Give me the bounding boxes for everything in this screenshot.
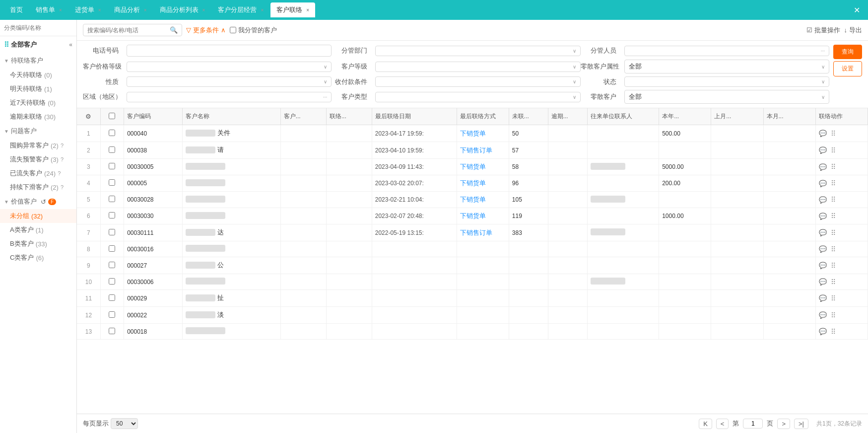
filter-region-select[interactable]: ···	[127, 92, 332, 102]
sidebar-group-value[interactable]: ▼ 价值客户 ↺ F	[0, 194, 76, 209]
last-method-link[interactable]: 下销货单	[460, 163, 486, 170]
comment-icon[interactable]: 💬	[819, 278, 827, 286]
sidebar-collapse-btn[interactable]: «	[69, 41, 72, 48]
row-checkbox[interactable]	[109, 245, 115, 252]
comment-icon[interactable]: 💬	[819, 146, 827, 154]
grid-action-icon[interactable]: ⠿	[831, 311, 836, 319]
select-all-checkbox[interactable]	[109, 113, 115, 119]
grid-action-icon[interactable]: ⠿	[831, 278, 836, 286]
last-page-btn[interactable]: >|	[794, 419, 808, 429]
grid-action-icon[interactable]: ⠿	[831, 163, 836, 171]
sidebar-item-churned[interactable]: 已流失客户 (24) ?	[0, 166, 76, 180]
all-customers-header[interactable]: ⠿ 全部客户 «	[0, 36, 76, 53]
row-checkbox[interactable]	[109, 163, 115, 169]
last-method-link[interactable]: 下销售订单	[460, 229, 492, 236]
sidebar-item-class-a[interactable]: A类客户 (1)	[0, 223, 76, 237]
sidebar-group-problem[interactable]: ▼ 问题客户	[0, 124, 76, 139]
comment-icon[interactable]: 💬	[819, 328, 827, 335]
row-checkbox[interactable]	[109, 212, 115, 218]
nav-tab-analysis[interactable]: 商品分析 ×	[108, 2, 153, 17]
close-customer-contact-tab[interactable]: ×	[306, 7, 309, 13]
grid-action-icon[interactable]: ⠿	[831, 229, 836, 237]
row-checkbox[interactable]	[109, 146, 115, 153]
comment-icon[interactable]: 💬	[819, 163, 827, 171]
filter-phone-input[interactable]	[127, 45, 332, 57]
comment-icon[interactable]: 💬	[819, 229, 827, 236]
last-method-link[interactable]: 下销货单	[460, 130, 486, 137]
nav-tab-customer-seg[interactable]: 客户分层经营 ×	[212, 2, 269, 17]
export-btn[interactable]: ↓ 导出	[844, 26, 863, 35]
nav-tab-customer-contact[interactable]: 客户联络 ×	[270, 2, 315, 17]
close-all-button[interactable]: ✕	[850, 5, 864, 15]
comment-icon[interactable]: 💬	[819, 262, 827, 269]
row-checkbox[interactable]	[109, 130, 115, 136]
filter-customer-type-select[interactable]: ∨	[375, 92, 580, 102]
settings-gear-icon[interactable]: ⚙	[85, 113, 91, 120]
main-search-input[interactable]	[87, 27, 168, 34]
th-checkbox[interactable]	[100, 108, 124, 125]
grid-action-icon[interactable]: ⠿	[831, 130, 836, 138]
th-settings[interactable]: ⚙	[77, 108, 100, 125]
filter-price-level-select[interactable]: ∨	[127, 62, 332, 72]
comment-icon[interactable]: 💬	[819, 245, 827, 253]
last-method-link[interactable]: 下销售订单	[460, 146, 492, 154]
last-method-link[interactable]: 下销货单	[460, 196, 486, 203]
grid-action-icon[interactable]: ⠿	[831, 328, 836, 336]
row-checkbox[interactable]	[109, 229, 115, 235]
grid-action-icon[interactable]: ⠿	[831, 179, 836, 187]
comment-icon[interactable]: 💬	[819, 213, 827, 220]
first-page-btn[interactable]: K	[699, 419, 712, 429]
last-method-link[interactable]: 下销货单	[460, 179, 486, 187]
refresh-icon[interactable]: ↺	[41, 198, 46, 206]
filter-payment-select[interactable]: ∨	[375, 76, 580, 87]
batch-ops-btn[interactable]: ☑ 批量操作	[806, 26, 840, 35]
row-checkbox[interactable]	[109, 179, 115, 186]
nav-tab-sales[interactable]: 销售单 ×	[30, 2, 68, 17]
filter-status-select[interactable]: ∨	[624, 76, 829, 87]
filter-retail-attr-select[interactable]: 全部 ∨	[624, 60, 829, 73]
close-sales-tab[interactable]: ×	[59, 7, 62, 13]
grid-action-icon[interactable]: ⠿	[831, 146, 836, 154]
sidebar-search-input[interactable]	[4, 24, 77, 31]
row-checkbox[interactable]	[109, 262, 115, 268]
sidebar-item-today[interactable]: 今天待联络 (0)	[0, 68, 76, 82]
sidebar-item-overdue[interactable]: 逾期未联络 (30)	[0, 110, 76, 124]
nav-tab-purchase[interactable]: 进货单 ×	[69, 2, 107, 17]
close-analysis-tab[interactable]: ×	[144, 7, 147, 13]
comment-icon[interactable]: 💬	[819, 130, 827, 137]
sidebar-item-declining[interactable]: 持续下滑客户 (2) ?	[0, 180, 76, 194]
comment-icon[interactable]: 💬	[819, 180, 827, 187]
reset-button[interactable]: 设置	[833, 61, 862, 76]
comment-icon[interactable]: 💬	[819, 311, 827, 319]
comment-icon[interactable]: 💬	[819, 294, 827, 302]
grid-action-icon[interactable]: ⠿	[831, 196, 836, 204]
sidebar-item-tomorrow[interactable]: 明天待联络 (1)	[0, 82, 76, 96]
grid-action-icon[interactable]: ⠿	[831, 294, 836, 302]
filter-dept-select[interactable]: ∨	[375, 46, 580, 56]
page-number-input[interactable]	[743, 419, 763, 429]
sidebar-item-class-c[interactable]: C类客户 (6)	[0, 251, 76, 265]
my-customers-checkbox-label[interactable]: 我分管的客户	[230, 26, 277, 35]
more-filter-btn[interactable]: ▽ 更多条件 ∧	[186, 26, 226, 35]
main-search-icon[interactable]: 🔍	[170, 26, 178, 34]
filter-retail-select[interactable]: 全部 ∨	[624, 90, 829, 104]
row-checkbox[interactable]	[109, 196, 115, 202]
my-customers-checkbox[interactable]	[230, 27, 236, 33]
nav-tab-analysis-list[interactable]: 商品分析列表 ×	[154, 2, 211, 17]
grid-action-icon[interactable]: ⠿	[831, 212, 836, 220]
sidebar-item-unclassified[interactable]: 未分组 (32)	[0, 209, 76, 223]
page-size-select[interactable]: 50 100	[111, 418, 138, 429]
close-customer-seg-tab[interactable]: ×	[261, 7, 264, 13]
query-button[interactable]: 查询	[833, 45, 862, 59]
grid-action-icon[interactable]: ⠿	[831, 262, 836, 270]
close-analysis-list-tab[interactable]: ×	[202, 7, 205, 13]
nav-home[interactable]: 首页	[4, 2, 29, 17]
sidebar-item-class-b[interactable]: B类客户 (33)	[0, 237, 76, 251]
filter-customer-level-select[interactable]: ∨	[375, 62, 580, 72]
last-method-link[interactable]: 下销货单	[460, 212, 486, 219]
filter-person-select[interactable]: ···	[624, 46, 829, 56]
close-purchase-tab[interactable]: ×	[98, 7, 101, 13]
grid-action-icon[interactable]: ⠿	[831, 245, 836, 253]
row-checkbox[interactable]	[109, 311, 115, 318]
sidebar-group-pending[interactable]: ▼ 待联络客户	[0, 53, 76, 68]
